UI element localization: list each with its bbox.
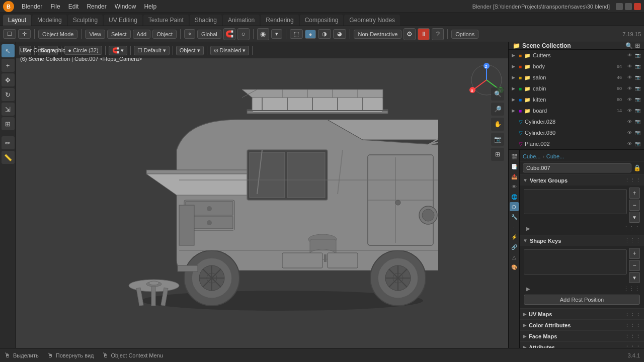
minimize-button[interactable]	[616, 3, 623, 10]
tab-layout[interactable]: Layout	[3, 15, 31, 26]
pan-icon[interactable]: ✋	[491, 118, 504, 131]
prop-tab-material[interactable]: 🎨	[510, 262, 519, 272]
vertex-group-play-btn[interactable]: ▶	[524, 224, 533, 233]
prop-tab-constraints[interactable]: 🔗	[510, 242, 519, 251]
prop-tab-renderlayer[interactable]: 📑	[510, 162, 519, 171]
measure-tool[interactable]: 📏	[2, 151, 15, 164]
list-item[interactable]: ▶ ▽ Cylinder.028 👁 📷	[509, 116, 644, 127]
select-menu[interactable]: Select	[107, 30, 131, 39]
menu-blender[interactable]: Blender	[18, 2, 46, 11]
select-box-btn[interactable]: ☐	[3, 29, 16, 39]
prop-tab-view[interactable]: 👁	[510, 182, 519, 191]
section-vertex-groups-dots[interactable]: ⋮⋮⋮	[624, 177, 641, 184]
view-menu[interactable]: View	[85, 30, 105, 39]
transform-tool[interactable]: ⊞	[2, 117, 15, 130]
tab-uv-editing[interactable]: UV Editing	[104, 15, 142, 26]
section-attributes-header[interactable]: ▶ Attributes ⋮⋮⋮	[520, 341, 644, 348]
add-vertex-group-btn[interactable]: +	[629, 188, 640, 199]
section-shape-keys-header[interactable]: ▼ Shape Keys ⋮⋮⋮	[520, 235, 644, 246]
vertex-group-dots-btn[interactable]: ⋮⋮⋮	[623, 225, 640, 232]
filter-collection-icon[interactable]: ⊞	[635, 42, 640, 49]
menu-file[interactable]: File	[47, 2, 63, 11]
lock-icon[interactable]: 🔒	[633, 164, 641, 171]
coll-render-icon[interactable]: 📷	[634, 129, 641, 136]
vph-circle[interactable]: ● Circle (32)	[64, 46, 102, 55]
viewport-shading-material[interactable]: ◑	[318, 29, 331, 39]
select-tool[interactable]: ↖	[2, 44, 15, 57]
camera-icon[interactable]: 📷	[491, 133, 504, 146]
list-item[interactable]: ▶ ▽ Plane.002 👁 📷	[509, 138, 644, 149]
tab-modeling[interactable]: Modeling	[32, 15, 67, 26]
section-attributes-dots[interactable]: ⋮⋮⋮	[624, 344, 641, 348]
coll-render-icon[interactable]: 📷	[634, 107, 641, 114]
add-rest-position-button[interactable]: Add Rest Position	[524, 295, 640, 305]
coll-render-icon[interactable]: 📷	[634, 63, 641, 70]
coll-vis-icon[interactable]: 👁	[626, 63, 633, 70]
coll-vis-icon[interactable]: 👁	[626, 129, 633, 136]
annotate-tool[interactable]: ✏	[2, 136, 15, 149]
menu-help[interactable]: Help	[140, 2, 160, 11]
section-uv-maps-dots[interactable]: ⋮⋮⋮	[624, 311, 641, 317]
snap-magnet[interactable]: 🧲	[223, 28, 235, 40]
settings-icon[interactable]: ⚙	[404, 28, 416, 40]
coll-vis-icon[interactable]: 👁	[626, 118, 633, 125]
add-shape-key-btn[interactable]: +	[629, 248, 640, 259]
shape-key-play-btn[interactable]: ▶	[524, 284, 533, 293]
blender-logo[interactable]: B	[3, 1, 14, 12]
prop-tab-particles[interactable]: ·	[510, 222, 519, 231]
list-item[interactable]: ▶ ■ 📁 Cutters 👁 📷	[509, 50, 644, 61]
options-dropdown[interactable]: Options	[451, 30, 478, 39]
list-item[interactable]: ▶ ■ 📁 body 84 👁 📷	[509, 61, 644, 72]
tab-animation[interactable]: Animation	[223, 15, 260, 26]
modifier-label[interactable]: Non-Destructive	[354, 30, 401, 39]
vph-mode[interactable]: Cut ▾	[38, 46, 58, 55]
zoom-out-icon[interactable]: 🔎	[491, 103, 504, 116]
cursor-tool[interactable]: +	[2, 59, 15, 72]
coll-render-icon[interactable]: 📷	[634, 74, 641, 81]
tab-shading[interactable]: Shading	[190, 15, 222, 26]
search-collection-icon[interactable]: 🔍	[625, 42, 633, 49]
list-item[interactable]: ▶ ■ 📁 cabin 60 👁 📷	[509, 83, 644, 94]
viewport-shading-render[interactable]: ◕	[333, 29, 346, 39]
tab-texture-paint[interactable]: Texture Paint	[143, 15, 189, 26]
mode-dropdown[interactable]: Object Mode	[38, 30, 77, 39]
prop-tab-object[interactable]: ⬡	[510, 202, 519, 211]
remove-shape-key-btn[interactable]: −	[629, 260, 640, 271]
menu-render[interactable]: Render	[83, 2, 110, 11]
coll-vis-icon[interactable]: 👁	[626, 96, 633, 103]
section-vertex-groups-header[interactable]: ▼ Vertex Groups ⋮⋮⋮	[520, 174, 644, 186]
vph-snap[interactable]: 🧲 ▾	[109, 46, 127, 55]
breadcrumb-left[interactable]: Cube...	[523, 153, 540, 159]
prop-tab-output[interactable]: 📤	[510, 172, 519, 181]
prop-tab-data[interactable]: △	[510, 252, 519, 261]
remove-vertex-group-btn[interactable]: −	[629, 200, 640, 211]
overlay-dropdown[interactable]: ▾	[271, 29, 282, 39]
close-button[interactable]	[634, 3, 641, 10]
section-shape-keys-dots[interactable]: ⋮⋮⋮	[624, 237, 641, 244]
coll-vis-icon[interactable]: 👁	[626, 52, 633, 59]
section-face-maps-dots[interactable]: ⋮⋮⋮	[624, 333, 641, 339]
prop-edit[interactable]: ○	[237, 28, 250, 40]
coll-vis-icon[interactable]: 👁	[626, 85, 633, 92]
shape-key-expand-btn[interactable]: ▼	[629, 272, 640, 283]
pause-icon[interactable]: ⏸	[418, 28, 430, 40]
tab-sculpting[interactable]: Sculpting	[68, 15, 103, 26]
add-menu[interactable]: Add	[133, 30, 151, 39]
viewport-shading-wire[interactable]: ⬚	[290, 29, 303, 39]
prop-tab-modifier[interactable]: 🔧	[510, 212, 519, 221]
prop-tab-world[interactable]: 🌐	[510, 192, 519, 201]
breadcrumb-right[interactable]: Cube...	[546, 153, 564, 159]
vph-disabled[interactable]: ⊘ Disabled ▾	[210, 46, 250, 55]
question-icon[interactable]: ?	[432, 28, 444, 40]
grid-icon[interactable]: ⊞	[491, 148, 504, 161]
transform-dropdown[interactable]: Global	[197, 30, 221, 39]
vph-default[interactable]: ☐ Default ▾	[134, 46, 170, 55]
prop-tab-physics[interactable]: ⚡	[510, 232, 519, 241]
tab-rendering[interactable]: Rendering	[261, 15, 298, 26]
prop-tab-scene[interactable]: 🎬	[510, 152, 519, 161]
vph-object[interactable]: Object ▾	[176, 46, 204, 55]
object-menu[interactable]: Object	[152, 30, 177, 39]
scale-tool[interactable]: ⇲	[2, 103, 15, 116]
maximize-button[interactable]	[625, 3, 632, 10]
coll-render-icon[interactable]: 📷	[634, 118, 641, 125]
